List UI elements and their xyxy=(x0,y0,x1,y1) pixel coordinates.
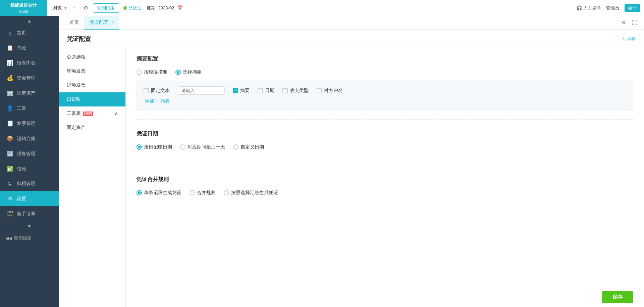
summary-title: 摘要配置 xyxy=(137,55,633,62)
radio-journal-date[interactable]: 按日记账日期 xyxy=(137,144,172,150)
logo-line2: 专业版 xyxy=(18,9,29,14)
fullscreen-button[interactable]: ⛶ xyxy=(631,18,639,27)
close-period-icon: ✅ xyxy=(7,166,13,172)
sidebar-item-settings[interactable]: ⚙ 设置 xyxy=(0,191,59,206)
radio-period-last-day[interactable]: 对应期间最后一天 xyxy=(180,144,225,150)
add-button[interactable]: ＋ xyxy=(69,3,79,13)
right-content: 摘要配置 按模版摘要 选择摘要 xyxy=(126,47,644,287)
sidebar-item-home[interactable]: ⌂ 首页 xyxy=(0,26,59,40)
merge-rule-section: 凭证合并规则 单条记录生成凭证 合并规则 xyxy=(137,176,633,211)
custom-date-circle xyxy=(233,144,238,150)
left-nav: 公共选项 销项发票 进项发票 日记账 工资表 NEW ∨ xyxy=(59,47,126,307)
sidebar-item-close[interactable]: ✅ 结账 xyxy=(0,161,59,176)
service-button[interactable]: 🎧 人工咨询 xyxy=(577,5,601,11)
counterparty-label: 对方户名 xyxy=(324,88,343,94)
sidebar-item-cashflow[interactable]: 💰 资金管理 xyxy=(0,71,59,86)
checkbox-date[interactable]: 日期 xyxy=(258,88,274,94)
sidebar-item-invoice[interactable]: 🧾 发票管理 xyxy=(0,116,59,131)
sidebar-label-trade: 进销台账 xyxy=(17,136,36,142)
ledger-icon: 📋 xyxy=(7,45,13,51)
switch-version-button[interactable]: 切到旧版 xyxy=(93,3,119,13)
journal-date-label: 按日记账日期 xyxy=(144,144,172,150)
tab-voucher-label: 凭证配置 xyxy=(90,19,108,26)
summary-radio-template[interactable]: 按模版摘要 xyxy=(137,69,167,75)
merge-rule-label: 合并规则 xyxy=(197,190,216,196)
tabbar: 首页 凭证配置 × ✕ ⛶ xyxy=(59,16,644,30)
summary-section: 摘要配置 按模版摘要 选择摘要 xyxy=(137,55,633,120)
sidebar-scroll-up[interactable]: ▲ xyxy=(0,16,59,26)
sidebar-item-archive[interactable]: 🗂 归档管理 xyxy=(0,176,59,191)
checkbox-fixed-text[interactable]: 固定文本 xyxy=(144,88,170,94)
sidebar-item-tax[interactable]: 🔢 税务管理 xyxy=(0,146,59,161)
radio-select-circle xyxy=(175,70,181,75)
tab-voucher-config[interactable]: 凭证配置 × xyxy=(84,16,119,30)
payroll-icon: 👤 xyxy=(7,105,13,112)
radio-custom-date[interactable]: 自定义日期 xyxy=(233,144,264,150)
sidebar-item-report[interactable]: 📊 报表中心 xyxy=(0,55,59,71)
company-name: 测试 xyxy=(52,5,62,11)
tab-close-icon[interactable]: × xyxy=(112,20,114,25)
sidebar-item-guide[interactable]: 🎬 新手引导 xyxy=(0,206,59,221)
date-checkbox xyxy=(258,88,263,93)
inner-layout: 公共选项 销项发票 进项发票 日记账 工资表 NEW ∨ xyxy=(59,47,644,307)
sidebar-item-trade[interactable]: 📦 进销台账 xyxy=(0,131,59,146)
left-nav-journal[interactable]: 日记账 xyxy=(59,92,125,106)
close-tab-button[interactable]: ✕ xyxy=(620,18,627,27)
voucher-date-title: 凭证日期 xyxy=(137,130,633,137)
headset-icon: 🎧 xyxy=(577,5,582,10)
checkbox-summary[interactable]: ✓ 摘要 xyxy=(233,88,250,94)
radio-single-record[interactable]: 单条记录生成凭证 xyxy=(137,190,181,196)
company-dropdown-icon[interactable]: ▾ xyxy=(64,5,67,11)
summary-radio-select[interactable]: 选择摘要 xyxy=(175,69,202,75)
sidebar-item-assets[interactable]: 🏢 固定资产 xyxy=(0,86,59,101)
settings-icon-button[interactable]: ⚙ xyxy=(82,3,90,12)
radio-aggregate[interactable]: 按照选择汇总生成凭证 xyxy=(224,190,278,196)
checkbox-area: 固定文本 ✓ 摘要 日期 xyxy=(137,81,633,110)
content-area: 首页 凭证配置 × ✕ ⛶ 凭证配置 ↻ 刷新 公共选项 xyxy=(59,16,644,307)
sidebar-label-tax: 税务管理 xyxy=(17,151,36,157)
verified-badge: 🔰 已认证 xyxy=(122,5,142,11)
left-nav-purchase[interactable]: 进项发票 xyxy=(59,78,125,92)
sidebar-label-assets: 固定资产 xyxy=(17,90,36,96)
cancel-pin-button[interactable]: ◀◀ 取消固定 xyxy=(0,231,59,245)
left-nav-sales[interactable]: 销项发票 xyxy=(59,64,125,78)
calendar-icon[interactable]: 📅 xyxy=(177,5,183,10)
home-icon: ⌂ xyxy=(7,30,13,36)
sidebar-item-payroll[interactable]: 👤 工资 xyxy=(0,101,59,116)
period-last-day-circle xyxy=(180,144,185,150)
assets-icon: 🏢 xyxy=(7,90,13,96)
sidebar-label-guide: 新手引导 xyxy=(17,211,36,217)
checkbox-counterparty[interactable]: 对方户名 xyxy=(317,88,343,94)
merge-rule-radio-group: 单条记录生成凭证 合并规则 按照选择汇总生成凭证 xyxy=(137,190,633,196)
journal-date-circle xyxy=(137,144,142,150)
payroll-sheet-label: 工资表 xyxy=(67,111,81,117)
counterparty-checkbox xyxy=(317,88,322,93)
checkbox-cashflow-type[interactable]: 收支类型 xyxy=(282,88,309,94)
report-icon: 📊 xyxy=(7,60,13,66)
refresh-button[interactable]: ↻ 刷新 xyxy=(622,36,636,42)
sidebar-label-home: 首页 xyxy=(17,30,26,36)
bottom-bar: 保存 xyxy=(126,287,644,307)
tab-home-label: 首页 xyxy=(69,19,79,26)
tab-home[interactable]: 首页 xyxy=(64,16,84,30)
guide-icon: 🎬 xyxy=(7,211,13,217)
trade-icon: 📦 xyxy=(7,135,13,142)
fixed-text-input[interactable] xyxy=(178,86,225,95)
radio-merge-rule[interactable]: 合并规则 xyxy=(190,190,216,196)
left-nav-fixed-assets[interactable]: 固定资产 xyxy=(59,121,125,135)
fixed-text-label: 固定文本 xyxy=(151,88,170,94)
sidebar-scroll-down[interactable]: ▼ xyxy=(0,221,59,231)
sidebar-label-ledger: 总账 xyxy=(17,45,26,51)
cashflow-icon: 💰 xyxy=(7,75,13,81)
role-badge[interactable]: 会计 xyxy=(625,4,640,12)
aggregate-label: 按照选择汇总生成凭证 xyxy=(231,190,278,196)
sidebar-label-archive: 归档管理 xyxy=(17,181,36,187)
left-nav-public[interactable]: 公共选项 xyxy=(59,50,125,64)
logo-line1: 畅捷通好会计 xyxy=(10,2,37,8)
topbar: 畅捷通好会计 专业版 测试 ▾ ＋ ⚙ 切到旧版 🔰 已认证 账期 2023-0… xyxy=(0,0,644,16)
save-button[interactable]: 保存 xyxy=(602,291,633,303)
sidebar-label-invoice: 发票管理 xyxy=(17,121,36,127)
left-nav-payroll-sheet[interactable]: 工资表 NEW ∨ xyxy=(59,106,125,121)
sidebar-item-ledger[interactable]: 📋 总账 xyxy=(0,40,59,55)
period-last-day-label: 对应期间最后一天 xyxy=(187,144,225,150)
